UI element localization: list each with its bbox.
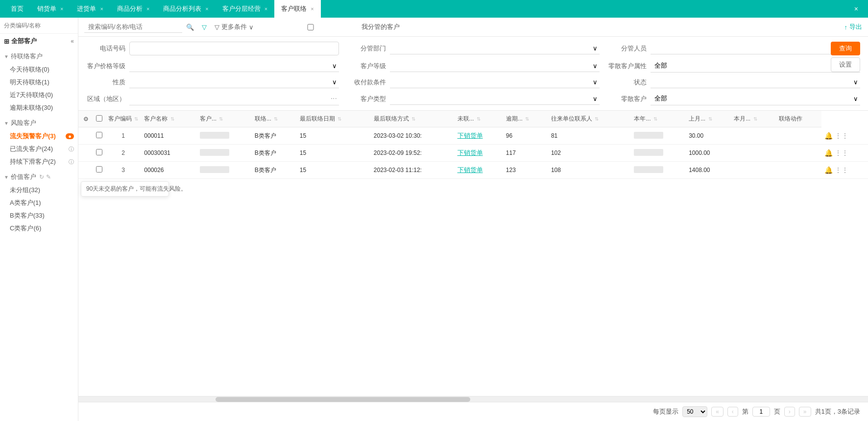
prev-page-btn[interactable]: ‹ — [727, 407, 738, 417]
close-tab-customer-contact[interactable]: × — [311, 6, 313, 12]
col-last-month[interactable]: 上月... ⇅ — [686, 111, 731, 127]
grid-icon: ⊞ — [4, 38, 9, 45]
row-action[interactable]: 🔔 ⋮⋮ — [821, 145, 868, 162]
nature-select[interactable]: ∨ — [129, 76, 339, 88]
col-overdue[interactable]: 逾期... ⇅ — [503, 111, 548, 127]
zero-customer-select[interactable]: 全部 ∨ — [651, 92, 860, 105]
col-gear[interactable]: ⚙ — [78, 111, 93, 127]
row-last-way[interactable]: 下销货单 — [455, 162, 503, 179]
search-btn-icon[interactable]: 🔍 — [186, 24, 194, 31]
dept-select[interactable]: ∨ — [390, 43, 600, 54]
row-checkbox[interactable] — [96, 166, 102, 173]
sidebar-group-pending[interactable]: ▼ 待联络客户 — [0, 50, 78, 63]
sidebar-search-input[interactable] — [4, 22, 77, 29]
nav-tab-customer-contact[interactable]: 客户联络 × — [274, 0, 320, 18]
action-more-icon[interactable]: ⋮⋮ — [835, 166, 848, 174]
sidebar-item-churned[interactable]: 已流失客户(24) ⓘ — [0, 143, 78, 155]
row-gear[interactable] — [78, 145, 93, 162]
col-name[interactable]: 客户名称 ⇅ — [141, 111, 197, 127]
region-select[interactable]: ··· — [129, 92, 339, 105]
row-uncontact: 123 — [503, 162, 548, 179]
sidebar-item-week[interactable]: 近7天待联络(0) — [0, 89, 78, 101]
action-more-icon[interactable]: ⋮⋮ — [835, 132, 848, 140]
more-conditions-btn[interactable]: ▽ 更多条件 ∨ — [211, 21, 258, 33]
row-checkbox[interactable] — [96, 132, 102, 138]
payment-select[interactable]: ∨ — [390, 76, 600, 88]
nav-tab-analysis-list[interactable]: 商品分析列表 × — [156, 0, 215, 18]
row-last-way[interactable]: 下销货单 — [455, 127, 503, 145]
phone-input[interactable] — [129, 42, 339, 55]
export-btn[interactable]: ↑ 导出 — [844, 23, 863, 31]
person-label: 分管人员 — [607, 44, 647, 53]
close-all-tabs[interactable]: × — [848, 5, 864, 13]
horizontal-scrollbar[interactable] — [78, 396, 868, 402]
sidebar-item-a-class[interactable]: A类客户(1) — [0, 197, 78, 209]
sidebar-item-declining[interactable]: 持续下滑客户(2) ⓘ — [0, 155, 78, 168]
zero-attr-select[interactable]: 全部 ∨ — [651, 59, 860, 73]
nav-tab-home[interactable]: 首页 — [4, 0, 30, 18]
all-customers-header[interactable]: ⊞ 全部客户 « — [0, 34, 78, 49]
sidebar-group-value[interactable]: ▼ 价值客户 ↻ ✎ — [0, 170, 78, 184]
settings-button[interactable]: 设置 — [831, 57, 860, 72]
search-input[interactable] — [84, 21, 182, 33]
action-contact-icon[interactable]: 🔔 — [824, 132, 833, 140]
close-tab-analysis[interactable]: × — [146, 6, 149, 12]
edit-icon[interactable]: ✎ — [46, 173, 51, 180]
action-contact-icon[interactable]: 🔔 — [824, 166, 833, 174]
close-tab-customer-segment[interactable]: × — [265, 6, 267, 12]
row-action[interactable]: 🔔 ⋮⋮ — [821, 127, 868, 145]
my-customers-checkbox[interactable] — [262, 24, 360, 30]
table-header-row: ⚙ 客户编码 ⇅ 客户名称 ⇅ 客户... ⇅ 联络... ⇅ 最后联络日期 ⇅… — [78, 111, 868, 127]
row-code: 000026 — [141, 162, 197, 179]
nav-tab-sales[interactable]: 销货单 × — [30, 0, 70, 18]
col-code[interactable]: 客户编码 ⇅ — [105, 111, 141, 127]
main-content: 🔍 ▽ ▽ 更多条件 ∨ 我分管的客户 ↑ 导出 电话号码 — [78, 18, 868, 421]
nav-tab-customer-segment[interactable]: 客户分层经营 × — [216, 0, 274, 18]
sidebar-item-c-class[interactable]: C类客户(6) — [0, 222, 78, 235]
row-gear[interactable] — [78, 127, 93, 145]
status-select[interactable]: ∨ — [651, 76, 860, 88]
sidebar-item-today[interactable]: 今天待联络(0) — [0, 63, 78, 76]
scrollbar-thumb[interactable] — [216, 397, 470, 402]
filter-row-zero-customer: 零散客户 全部 ∨ — [607, 92, 860, 105]
sidebar-group-risk[interactable]: ▼ 风险客户 — [0, 116, 78, 130]
close-tab-analysis-list[interactable]: × — [205, 6, 208, 12]
col-last-date[interactable]: 最后联络日期 ⇅ — [297, 111, 371, 127]
page-number-input[interactable] — [752, 407, 770, 417]
nav-tab-purchase[interactable]: 进货单 × — [70, 0, 110, 18]
nav-tab-analysis[interactable]: 商品分析 × — [110, 0, 156, 18]
close-tab-purchase[interactable]: × — [100, 6, 103, 12]
sidebar-item-overdue[interactable]: 逾期未联络(30) — [0, 101, 78, 114]
price-level-select[interactable]: ∨ — [129, 60, 339, 72]
sidebar-item-churn-warning[interactable]: 流失预警客户(3) ● — [0, 130, 78, 143]
last-page-btn[interactable]: » — [799, 407, 811, 417]
col-this-month[interactable]: 本月... ⇅ — [731, 111, 776, 127]
col-this-year[interactable]: 本年... ⇅ — [631, 111, 686, 127]
first-page-btn[interactable]: « — [711, 407, 723, 417]
col-contact[interactable]: 联络... ⇅ — [252, 111, 297, 127]
customer-level-select[interactable]: ∨ — [390, 60, 600, 72]
person-select[interactable]: ··· — [651, 43, 860, 54]
sidebar-item-ungrouped[interactable]: 未分组(32) — [0, 184, 78, 197]
row-action[interactable]: 🔔 ⋮⋮ — [821, 162, 868, 179]
sidebar-item-tomorrow[interactable]: 明天待联络(1) — [0, 76, 78, 89]
next-page-btn[interactable]: › — [784, 407, 795, 417]
row-last-way[interactable]: 下销货单 — [455, 145, 503, 162]
sidebar-item-b-class[interactable]: B类客户(33) — [0, 209, 78, 222]
action-contact-icon[interactable]: 🔔 — [824, 149, 833, 157]
page-size-select[interactable]: 50 100 200 — [682, 406, 707, 417]
col-uncontact[interactable]: 未联... ⇅ — [455, 111, 503, 127]
row-checkbox[interactable] — [96, 149, 102, 155]
customer-type-select[interactable]: ∨ — [390, 93, 600, 105]
close-tab-sales[interactable]: × — [60, 6, 63, 12]
my-customers-checkbox-label[interactable]: 我分管的客户 — [262, 23, 400, 31]
col-person[interactable]: 往来单位联系人 ⇅ — [548, 111, 631, 127]
select-all-checkbox[interactable] — [96, 115, 102, 122]
col-last-way[interactable]: 最后联络方式 ⇅ — [371, 111, 455, 127]
refresh-icon[interactable]: ↻ — [39, 173, 44, 180]
col-type[interactable]: 客户... ⇅ — [197, 111, 252, 127]
query-button[interactable]: 查询 — [831, 42, 860, 55]
action-more-icon[interactable]: ⋮⋮ — [835, 149, 848, 157]
row-gear[interactable] — [78, 162, 93, 179]
collapse-sidebar-btn[interactable]: « — [71, 38, 74, 45]
